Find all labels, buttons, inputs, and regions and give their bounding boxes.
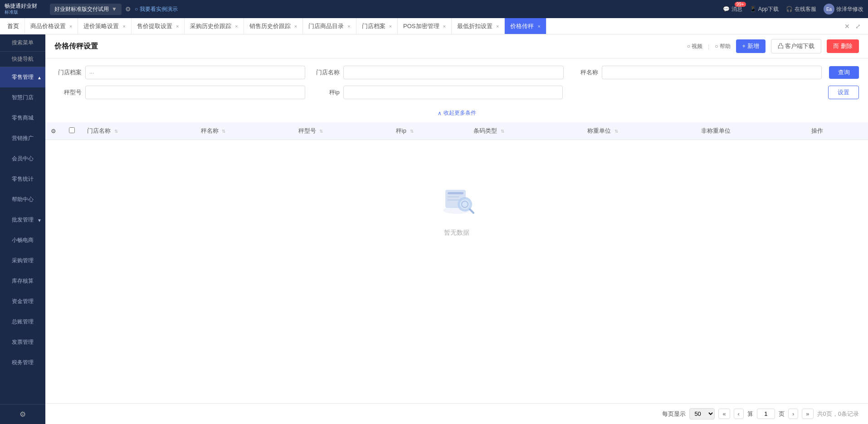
form-row-1: 门店档案 ··· 门店名称 秤名称 查询 (54, 66, 859, 79)
page-input[interactable] (757, 409, 775, 419)
sidebar-item-retail-mall[interactable]: 零售商城 (0, 108, 45, 128)
chevron-up-icon: ▲ (37, 75, 42, 80)
last-page-icon: » (806, 410, 809, 417)
sidebar-item-finance[interactable]: 资金管理 (0, 291, 45, 312)
close-icon[interactable]: × (389, 24, 392, 29)
close-icon[interactable]: × (176, 24, 179, 29)
tab-price-settings[interactable]: 商品价格设置 × (25, 18, 78, 34)
tab-home[interactable]: 首页 (2, 18, 25, 34)
nav-tabs: 首页 商品价格设置 × 进价策略设置 × 售价提取设置 × 采购历史价跟踪 × … (0, 18, 868, 34)
gear-icon[interactable]: ⚙ (20, 410, 26, 418)
top-bar: 畅捷通好业财 标准版 好业财标准版交付试用 ▼ ⚙ ○ 我要看实例演示 💬 消息… (0, 0, 868, 18)
th-operation: 操作 (806, 122, 868, 140)
collapse-bar[interactable]: ∧ 收起更多条件 (54, 106, 859, 122)
sort-arrows-icon: ⇅ (501, 129, 504, 134)
version-selector[interactable]: 好业财标准版交付试用 ▼ (50, 4, 122, 15)
scale-ip-input[interactable] (343, 86, 563, 99)
sidebar-item-member[interactable]: 会员中心 (0, 149, 45, 169)
sidebar-item-help[interactable]: 帮助中心 (0, 189, 45, 210)
user-name: 徐泽华修改 (836, 5, 863, 13)
scale-model-input[interactable] (85, 86, 305, 99)
online-service-action[interactable]: 🎧 在线客服 (786, 5, 816, 13)
store-name-field: 门店名称 (312, 66, 563, 79)
tab-close-btn[interactable]: ✕ (843, 21, 852, 32)
next-page-icon: › (792, 410, 794, 417)
empty-state: 暂无数据 (45, 140, 868, 273)
sidebar-item-ecommerce[interactable]: 小畅电商 (0, 230, 45, 251)
tab-sale-history[interactable]: 销售历史价跟踪 × (244, 18, 303, 34)
close-icon[interactable]: × (235, 24, 238, 29)
sidebar-item-invoice[interactable]: 发票管理 (0, 332, 45, 352)
close-icon[interactable]: × (347, 24, 350, 29)
video-link[interactable]: ○ 视频 (687, 43, 702, 50)
th-settings[interactable]: ⚙ (45, 122, 63, 140)
tab-store-profile[interactable]: 门店档案 × (356, 18, 398, 34)
sidebar-item-tax[interactable]: 税务管理 (0, 352, 45, 373)
demo-link[interactable]: ○ 我要看实例演示 (135, 5, 178, 13)
th-barcode-type[interactable]: 条码类型 ⇅ (468, 122, 582, 140)
store-selector[interactable]: ··· (85, 66, 305, 79)
sidebar-item-retail[interactable]: 零售管理 ▲ (0, 67, 45, 87)
th-scale-name[interactable]: 秤名称 ⇅ (195, 122, 293, 140)
add-button[interactable]: + 新增 (736, 39, 766, 53)
tab-expand-btn[interactable]: ⤢ (853, 21, 863, 32)
tab-price-scale[interactable]: 价格传秤 × (505, 18, 546, 34)
sidebar-item-smart-store[interactable]: 智慧门店 (0, 87, 45, 108)
th-weight-unit[interactable]: 称重单位 ⇅ (582, 122, 696, 140)
last-page-button[interactable]: » (802, 409, 813, 419)
th-scale-model[interactable]: 秤型号 ⇅ (293, 122, 390, 140)
sidebar-item-purchase[interactable]: 采购管理 (0, 251, 45, 271)
app-download-action[interactable]: 📱 App下载 (750, 5, 779, 13)
settings-icon[interactable]: ⚙ (125, 5, 131, 13)
tab-discount-settings[interactable]: 最低折扣设置 × (452, 18, 505, 34)
tab-purchase-history[interactable]: 采购历史价跟踪 × (185, 18, 244, 34)
help-link[interactable]: ○ 帮助 (715, 43, 730, 50)
sidebar-search[interactable]: 搜索菜单 (0, 34, 45, 52)
sidebar-item-inventory[interactable]: 库存核算 (0, 271, 45, 291)
th-label: 操作 (811, 127, 823, 134)
sidebar-item-wholesale[interactable]: 批发管理 ▼ (0, 210, 45, 230)
store-name-input[interactable] (343, 66, 563, 79)
sidebar-item-ledger[interactable]: 总账管理 (0, 312, 45, 332)
delete-button[interactable]: 而 删除 (827, 39, 859, 53)
sidebar-item-marketing[interactable]: 营销推广 (0, 128, 45, 149)
sidebar-quicknav[interactable]: 快捷导航 (0, 52, 45, 67)
close-icon[interactable]: × (294, 24, 297, 29)
sidebar-bottom: ⚙ (0, 404, 45, 424)
quicknav-label: 快捷导航 (0, 55, 45, 63)
user-info[interactable]: Ea 徐泽华修改 (824, 4, 863, 14)
sidebar-item-label: 小畅电商 (12, 237, 34, 243)
query-label: 查询 (838, 68, 850, 77)
select-all-checkbox[interactable] (69, 127, 75, 133)
th-label: 秤名称 (201, 127, 219, 134)
th-scale-ip[interactable]: 秤ip ⇅ (390, 122, 468, 140)
tab-sale-extract[interactable]: 售价提取设置 × (132, 18, 185, 34)
scale-name-input[interactable] (602, 66, 822, 79)
page-size-select[interactable]: 50 10 20 100 (689, 408, 715, 419)
chevron-up-icon: ∧ (438, 110, 442, 116)
first-page-button[interactable]: « (718, 409, 730, 419)
first-page-icon: « (722, 410, 726, 417)
chevron-down-icon: ▼ (37, 217, 42, 222)
close-icon[interactable]: × (69, 24, 72, 29)
tab-purchase-strategy[interactable]: 进价策略设置 × (78, 18, 131, 34)
close-icon[interactable]: × (496, 24, 499, 29)
close-icon[interactable]: × (443, 24, 446, 29)
content-area: 价格传秤设置 ○ 视频 | ○ 帮助 + 新增 凸 客户端下载 (45, 34, 868, 424)
settings-button[interactable]: 设置 (828, 86, 859, 99)
th-store-name[interactable]: 门店名称 ⇅ (82, 122, 195, 140)
scale-model-label: 秤型号 (54, 88, 82, 96)
close-icon[interactable]: × (122, 24, 125, 29)
content-header: 价格传秤设置 ○ 视频 | ○ 帮助 + 新增 凸 客户端下载 (45, 34, 868, 58)
sidebar-item-retail-stats[interactable]: 零售统计 (0, 169, 45, 189)
search-menu-label[interactable]: 搜索菜单 (0, 39, 45, 47)
next-page-button[interactable]: › (788, 409, 798, 419)
prev-page-button[interactable]: ‹ (734, 409, 744, 419)
tab-pos-management[interactable]: POS加密管理 × (398, 18, 452, 34)
tab-store-catalog[interactable]: 门店商品目录 × (303, 18, 356, 34)
message-action[interactable]: 💬 消息 99+ (723, 5, 742, 13)
download-button[interactable]: 凸 客户端下载 (771, 39, 822, 53)
query-button[interactable]: 查询 (829, 66, 859, 79)
th-label: 条码类型 (473, 127, 497, 134)
close-icon[interactable]: × (537, 24, 540, 29)
